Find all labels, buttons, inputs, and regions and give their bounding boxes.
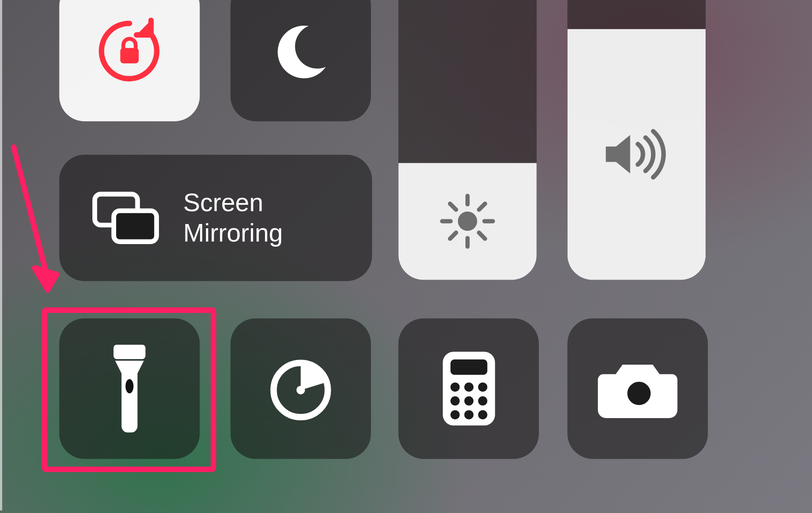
svg-line-6 [450,204,456,210]
svg-point-24 [464,410,474,419]
svg-point-21 [464,396,474,406]
svg-point-20 [450,396,459,406]
flashlight-button[interactable] [59,318,200,459]
calculator-button[interactable] [398,318,539,459]
svg-line-8 [450,233,456,239]
calculator-icon [437,350,500,427]
svg-line-9 [479,204,485,210]
do-not-disturb-button[interactable] [230,0,371,121]
svg-marker-29 [35,268,56,290]
svg-point-23 [450,410,459,419]
camera-button[interactable] [568,318,708,459]
svg-rect-11 [114,211,156,242]
flashlight-icon [105,345,154,432]
brightness-slider[interactable] [398,0,537,280]
orientation-lock-icon [91,13,168,90]
speaker-icon [598,121,675,187]
svg-point-12 [126,379,134,394]
camera-icon [597,356,679,422]
svg-point-14 [297,386,305,394]
volume-slider[interactable] [568,0,706,280]
screen-mirroring-label: Screen Mirroring [183,188,283,248]
svg-line-28 [14,147,48,279]
svg-point-22 [478,396,487,406]
svg-point-17 [450,383,459,392]
timer-icon [265,353,336,425]
screen-mirroring-icon [90,188,162,248]
control-center: Screen Mirroring [0,0,812,510]
svg-point-1 [458,212,477,231]
brightness-fill [398,163,537,280]
svg-point-18 [464,383,474,392]
screen-mirroring-button[interactable]: Screen Mirroring [59,155,372,281]
orientation-lock-button[interactable] [59,0,200,121]
annotation-arrow [0,142,68,312]
volume-fill [568,29,706,280]
svg-rect-0 [120,48,138,63]
sun-icon [437,191,497,251]
svg-rect-16 [450,360,487,375]
moon-icon [268,18,334,84]
timer-button[interactable] [230,318,371,459]
svg-point-25 [478,410,487,419]
left-edge-highlight [0,0,2,510]
svg-line-7 [479,233,485,239]
svg-point-19 [478,383,487,392]
